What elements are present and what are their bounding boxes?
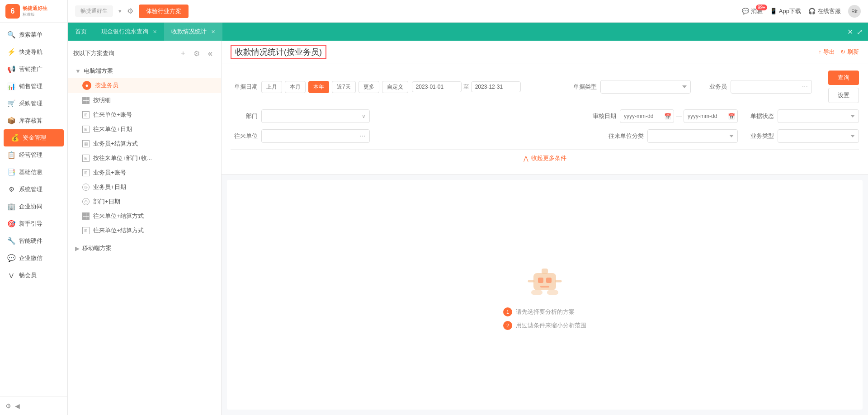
left-panel: 按以下方案查询 + ⚙ « ▼ 电脑端方案 ● 按业务员 按	[68, 41, 222, 415]
date-to-input[interactable]	[471, 81, 521, 92]
filter-dept-item: 部门 ∨	[231, 109, 370, 123]
filter-row-3: 往来单位 ··· 往来单位分类 业务类型	[231, 129, 859, 143]
tab-bank[interactable]: 现金银行流水查询 ✕	[94, 23, 164, 41]
tab-receipts-close[interactable]: ✕	[211, 29, 215, 35]
business-type-select[interactable]	[778, 129, 859, 143]
notification-badge: 99+	[756, 5, 767, 10]
export-btn[interactable]: ↑ 导出	[819, 48, 835, 56]
tab-close-all-icon[interactable]: ✕	[847, 28, 853, 36]
scheme-item-counterpart-dept[interactable]: ⊞ 按往来单位+部门+收...	[68, 151, 221, 165]
sidebar-item-wechat[interactable]: 💬 企业微信	[0, 250, 67, 267]
empty-tip-1: 1 请先选择要分析的方案	[503, 307, 586, 316]
scheme-item-salesman-date[interactable]: ◷ 业务员+日期	[68, 180, 221, 194]
sidebar-item-operations[interactable]: 📋 经营管理	[0, 146, 67, 164]
date-btn-last-month[interactable]: 上月	[261, 81, 282, 93]
sidebar-collapse-icon[interactable]: ◀	[15, 402, 20, 410]
app-download[interactable]: 📱 App下载	[770, 7, 801, 15]
sidebar-settings-icon[interactable]: ⚙	[5, 402, 11, 410]
nav-label-sales: 销售管理	[19, 82, 42, 90]
sidebar-item-shortcut[interactable]: ⚡ 快捷导航	[0, 43, 67, 61]
date-btn-more[interactable]: 更多	[359, 81, 379, 93]
header-settings-icon[interactable]: ⚙	[127, 7, 133, 15]
sidebar-item-system[interactable]: ⚙ 系统管理	[0, 181, 67, 198]
collapse-bar[interactable]: ⋀ 收起更多条件	[231, 149, 859, 167]
nav-icon-operations: 📋	[7, 151, 15, 159]
sidebar-item-purchase[interactable]: 🛒 采购管理	[0, 95, 67, 112]
collapse-chevron-icon: ⋀	[524, 155, 528, 162]
tab-maximize-icon[interactable]: ⤢	[857, 28, 863, 36]
review-to-wrap: 📅	[684, 109, 738, 123]
notification-icon: 💬	[742, 8, 749, 14]
filter-settings-btn[interactable]: 设置	[828, 88, 859, 103]
sidebar-item-marketing[interactable]: 📢 营销推广	[0, 61, 67, 78]
scheme-item-dept-date[interactable]: ◷ 部门+日期	[68, 194, 221, 209]
scheme-icon-detail	[82, 97, 90, 104]
sidebar-item-sales[interactable]: 📊 销售管理	[0, 78, 67, 95]
scheme-item-counterpart-account[interactable]: ⊞ 往来单位+账号	[68, 108, 221, 122]
panel-settings-btn[interactable]: ⚙	[191, 48, 202, 59]
sidebar-item-enterprise[interactable]: 🏢 企业协同	[0, 198, 67, 215]
review-from-wrap: 📅	[620, 109, 674, 123]
sidebar-item-guide[interactable]: 🎯 新手引导	[0, 215, 67, 232]
mobile-scheme-title[interactable]: ▶ 移动端方案	[68, 241, 221, 255]
panel-add-btn[interactable]: +	[178, 48, 189, 59]
sidebar-item-finance[interactable]: 💰 资金管理	[4, 129, 64, 146]
tab-home[interactable]: 首页	[68, 28, 94, 36]
counterpart-input[interactable]: ···	[261, 129, 370, 143]
tip-text-1: 请先选择要分析的方案	[516, 308, 575, 316]
scheme-item-detail[interactable]: 按明细	[68, 93, 221, 108]
notification-area[interactable]: 💬 消息 99+	[742, 7, 763, 15]
app-download-icon: 📱	[770, 8, 777, 14]
voucher-type-select[interactable]	[600, 80, 691, 94]
filter-review-date-item: 审核日期 📅 — 📅	[589, 109, 738, 123]
cp-category-select[interactable]	[647, 129, 738, 143]
date-btn-this-year[interactable]: 本年	[308, 81, 329, 93]
tab-receipts-label: 收款情况统计	[171, 28, 207, 36]
date-btn-this-month[interactable]: 本月	[285, 81, 306, 93]
desktop-schemes: ▼ 电脑端方案 ● 按业务员 按明细 ⊞ 往来单位+账号	[68, 62, 221, 240]
trial-btn[interactable]: 体验行业方案	[139, 5, 189, 18]
query-btn[interactable]: 查询	[828, 71, 859, 85]
tab-bank-close[interactable]: ✕	[153, 29, 157, 35]
breadcrumb-dropdown-icon[interactable]: ▾	[118, 8, 122, 14]
salesman-more-icon: ···	[802, 83, 808, 91]
scheme-item-salesman[interactable]: ● 按业务员	[68, 78, 221, 93]
panel-collapse-btn[interactable]: «	[205, 48, 216, 59]
nav-label-system: 系统管理	[19, 185, 42, 193]
scheme-icon-cps1	[82, 212, 90, 220]
tab-receipts[interactable]: 收款情况统计 ✕	[164, 23, 222, 41]
filter-voucher-type-item: 单据类型	[570, 80, 691, 94]
sidebar-item-member[interactable]: V 畅会员	[0, 267, 67, 284]
empty-robot-icon	[524, 259, 565, 300]
scheme-item-cp-settlement1[interactable]: 往来单位+结算方式	[68, 209, 221, 223]
date-from-input[interactable]	[412, 81, 462, 92]
nav-icon-system: ⚙	[7, 185, 15, 193]
desktop-scheme-arrow: ▼	[75, 68, 81, 75]
nav-label-wechat: 企业微信	[19, 254, 42, 262]
dept-dropdown-icon: ∨	[362, 113, 366, 119]
desktop-scheme-title[interactable]: ▼ 电脑端方案	[68, 64, 221, 78]
scheme-item-salesman-settlement[interactable]: ▦ 业务员+结算方式	[68, 137, 221, 151]
filter-voucher-type-label: 单据类型	[570, 83, 597, 91]
sidebar-item-search[interactable]: 🔍 搜索菜单	[0, 26, 67, 43]
scheme-icon-dd: ◷	[82, 198, 90, 205]
empty-tips: 1 请先选择要分析的方案 2 用过滤条件来缩小分析范围	[503, 307, 586, 330]
right-panel: 收款情况统计(按业务员) ↑ 导出 ↻ 刷新 单据日期	[222, 41, 868, 415]
sidebar-item-hardware[interactable]: 🔧 智能硬件	[0, 232, 67, 250]
filter-cp-category-label: 往来单位分类	[609, 132, 644, 140]
voucher-status-select[interactable]	[778, 109, 859, 123]
user-avatar[interactable]: Rit	[848, 5, 861, 18]
date-btn-7days[interactable]: 近7天	[332, 81, 356, 93]
scheme-item-salesman-account[interactable]: ⊞ 业务员+账号	[68, 165, 221, 180]
salesman-input[interactable]: ···	[731, 80, 812, 94]
dept-input[interactable]: ∨	[261, 109, 370, 123]
sidebar-item-inventory[interactable]: 📦 库存核算	[0, 112, 67, 129]
sidebar-item-basic[interactable]: 📑 基础信息	[0, 164, 67, 181]
scheme-item-cp-settlement2[interactable]: ⊞ 往来单位+结算方式	[68, 223, 221, 238]
date-btn-custom[interactable]: 自定义	[382, 81, 408, 93]
online-service[interactable]: 🎧 在线客服	[808, 7, 841, 15]
scheme-item-counterpart-date[interactable]: ⊞ 往来单位+日期	[68, 122, 221, 137]
filter-business-type-label: 业务类型	[747, 132, 774, 140]
breadcrumb: 畅捷通好生	[75, 5, 113, 17]
refresh-btn[interactable]: ↻ 刷新	[840, 48, 859, 56]
